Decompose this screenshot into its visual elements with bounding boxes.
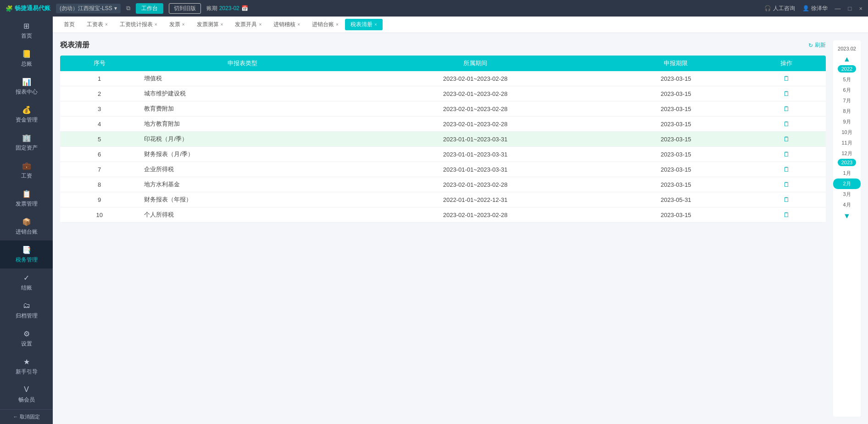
tab-invoice-open-close[interactable]: × xyxy=(259,22,262,27)
cell-type: 财务报表（月/季） xyxy=(139,147,345,162)
action-icon[interactable]: 🗒 xyxy=(783,151,790,158)
workbench-button[interactable]: 工作台 xyxy=(136,3,163,14)
action-icon[interactable]: 🗒 xyxy=(783,166,790,173)
timeline-month-6[interactable]: 6月 xyxy=(833,85,861,95)
sidebar-item-settings[interactable]: ⚙ 设置 xyxy=(0,324,53,352)
cell-type: 增值税 xyxy=(139,71,345,86)
tab-invoice[interactable]: 发票 × xyxy=(164,19,190,30)
page-header: 税表清册 ↻ 刷新 xyxy=(60,40,826,50)
action-icon[interactable]: 🗒 xyxy=(783,181,790,188)
sidebar-item-invoice[interactable]: 📋 发票管理 xyxy=(0,184,53,212)
timeline-month-11[interactable]: 11月 xyxy=(833,138,861,148)
tab-purchase-ledger-close[interactable]: × xyxy=(336,22,339,27)
tab-invoice-calc[interactable]: 发票测算 × xyxy=(191,19,229,30)
action-icon[interactable]: 🗒 xyxy=(783,211,790,218)
tab-purchase-check-close[interactable]: × xyxy=(297,22,300,27)
cell-type: 印花税（月/季） xyxy=(139,132,345,147)
cell-action[interactable]: 🗒 xyxy=(747,101,826,117)
company-selector[interactable]: (勿动）江西报宝-LSS ▾ xyxy=(56,4,121,13)
col-no: 序号 xyxy=(60,56,139,71)
sidebar-item-archive-label: 归档管理 xyxy=(16,312,38,320)
timeline-year-2022[interactable]: 2022 xyxy=(838,65,856,73)
sidebar-item-assets[interactable]: 🏢 固定资产 xyxy=(0,128,53,156)
cell-action[interactable]: 🗒 xyxy=(747,71,826,86)
tab-tax-list-close[interactable]: × xyxy=(374,22,377,27)
top-bar: 🧩 畅捷通易代账 (勿动）江西报宝-LSS ▾ ⧉ 工作台 切到旧版 账期 20… xyxy=(0,0,868,17)
copy-icon[interactable]: ⧉ xyxy=(126,5,130,12)
sidebar-item-salary[interactable]: 💼 工资 xyxy=(0,156,53,184)
cell-action[interactable]: 🗒 xyxy=(747,147,826,162)
tab-purchase-check[interactable]: 进销稽核 × xyxy=(268,19,306,30)
switch-version-button[interactable]: 切到旧版 xyxy=(169,3,201,14)
cell-deadline: 2023-03-15 xyxy=(605,117,747,132)
action-icon[interactable]: 🗒 xyxy=(783,90,790,97)
sidebar-item-purchase[interactable]: 📦 进销台账 xyxy=(0,212,53,240)
sidebar-item-ledger[interactable]: 📒 总账 xyxy=(0,45,53,73)
tab-salary[interactable]: 工资表 × xyxy=(81,19,113,30)
tab-invoice-close[interactable]: × xyxy=(182,22,185,27)
minimize-icon[interactable]: — xyxy=(835,5,841,12)
timeline-month-8[interactable]: 8月 xyxy=(833,106,861,117)
cell-action[interactable]: 🗒 xyxy=(747,86,826,101)
cell-action[interactable]: 🗒 xyxy=(747,162,826,177)
tab-salary-close[interactable]: × xyxy=(105,22,108,27)
sidebar-item-guide[interactable]: ★ 新手引导 xyxy=(0,352,53,380)
cell-action[interactable]: 🗒 xyxy=(747,132,826,147)
timeline-month-12[interactable]: 12月 xyxy=(833,148,861,159)
action-icon[interactable]: 🗒 xyxy=(783,135,790,143)
maximize-icon[interactable]: □ xyxy=(848,5,852,12)
unpin-button[interactable]: ← 取消固定 xyxy=(0,409,53,424)
cell-deadline: 2023-03-15 xyxy=(605,162,747,177)
close-icon[interactable]: × xyxy=(859,5,862,12)
tab-invoice-calc-close[interactable]: × xyxy=(221,22,223,27)
sidebar-item-archive[interactable]: 🗂 归档管理 xyxy=(0,296,53,324)
timeline-month-1-2023[interactable]: 1月 xyxy=(833,168,861,179)
cell-period: 2022-01-01~2022-12-31 xyxy=(346,192,605,207)
sidebar-item-report[interactable]: 📊 报表中心 xyxy=(0,73,53,100)
action-icon[interactable]: 🗒 xyxy=(783,75,790,82)
home-icon: ⊞ xyxy=(22,21,31,30)
sidebar-item-guide-label: 新手引导 xyxy=(16,368,38,376)
timeline-month-2-2023[interactable]: 2月 xyxy=(833,179,861,189)
action-icon[interactable]: 🗒 xyxy=(783,120,790,128)
cell-no: 5 xyxy=(60,132,139,147)
user-service[interactable]: 🎧 人工咨询 xyxy=(764,5,795,12)
action-icon[interactable]: 🗒 xyxy=(783,196,790,203)
period-label: 账期 xyxy=(206,5,217,12)
user-profile[interactable]: 👤 徐泽华 xyxy=(802,5,828,12)
tab-invoice-open[interactable]: 发票开具 × xyxy=(229,19,267,30)
refresh-button[interactable]: ↻ 刷新 xyxy=(808,41,826,49)
table-header-row: 序号 申报表类型 所属期间 申报期限 操作 xyxy=(60,56,826,71)
timeline-month-9[interactable]: 9月 xyxy=(833,117,861,127)
calendar-icon[interactable]: 📅 xyxy=(241,5,248,11)
timeline-month-7[interactable]: 7月 xyxy=(833,95,861,106)
cell-action[interactable]: 🗒 xyxy=(747,177,826,192)
tab-purchase-ledger[interactable]: 进销台账 × xyxy=(306,19,344,30)
timeline-down-button[interactable]: ▼ xyxy=(841,210,852,222)
timeline-month-3-2023[interactable]: 3月 xyxy=(833,189,861,200)
sidebar-item-home[interactable]: ⊞ 首页 xyxy=(0,17,53,45)
tab-tax-list[interactable]: 税表清册 × xyxy=(345,19,383,30)
timeline-up-button[interactable]: ▲ xyxy=(841,53,852,65)
sidebar-item-tax[interactable]: 📑 税务管理 xyxy=(0,240,53,268)
timeline-month-4-2023[interactable]: 4月 xyxy=(833,200,861,210)
salary-icon: 💼 xyxy=(22,161,31,170)
company-name: (勿动）江西报宝-LSS xyxy=(60,5,112,12)
sidebar-item-fund[interactable]: 💰 资金管理 xyxy=(0,100,53,128)
tab-salary-stat[interactable]: 工资统计报表 × xyxy=(114,19,163,30)
user-service-label: 人工咨询 xyxy=(773,5,795,12)
timeline-month-10[interactable]: 10月 xyxy=(833,127,861,138)
timeline-month-5[interactable]: 5月 xyxy=(833,74,861,85)
action-icon[interactable]: 🗒 xyxy=(783,105,790,112)
chevron-down-icon: ▾ xyxy=(114,5,117,11)
tab-home[interactable]: 首页 xyxy=(58,19,80,30)
tab-salary-stat-close[interactable]: × xyxy=(155,22,157,27)
cell-action[interactable]: 🗒 xyxy=(747,207,826,223)
sidebar-item-settle[interactable]: ✓ 结账 xyxy=(0,268,53,296)
sidebar-item-member[interactable]: V 畅会员 xyxy=(0,380,53,408)
cell-action[interactable]: 🗒 xyxy=(747,192,826,207)
cell-action[interactable]: 🗒 xyxy=(747,117,826,132)
cell-period: 2023-01-01~2023-03-31 xyxy=(346,162,605,177)
cell-type: 教育费附加 xyxy=(139,101,345,117)
timeline-year-2023[interactable]: 2023 xyxy=(838,159,856,166)
